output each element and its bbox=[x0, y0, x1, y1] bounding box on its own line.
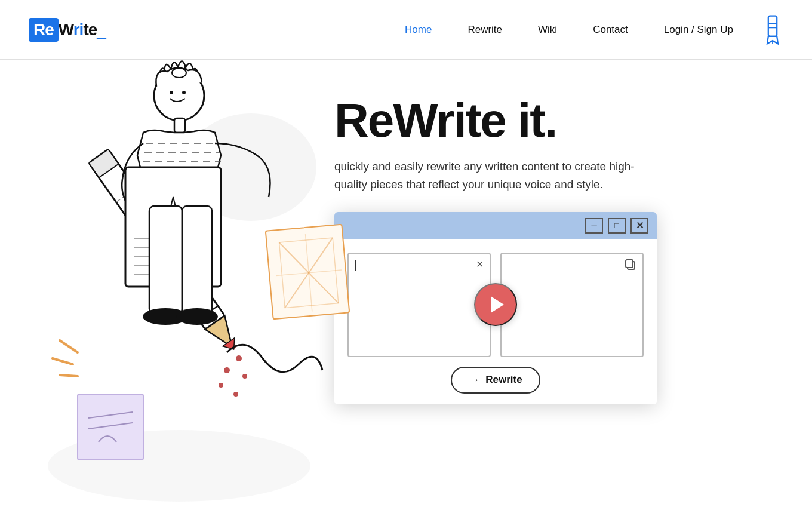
hero-section: ReWrite it. quickly and easily rewrite a… bbox=[0, 60, 812, 513]
nav-links: Home Rewrite Wiki Contact Login / Sign U… bbox=[405, 24, 733, 36]
pen-icon bbox=[762, 14, 783, 46]
hero-title: ReWrite it. bbox=[334, 96, 776, 146]
character-illustration bbox=[48, 60, 346, 442]
nav-home[interactable]: Home bbox=[405, 24, 432, 35]
svg-point-32 bbox=[172, 68, 186, 78]
nav-contact[interactable]: Contact bbox=[593, 24, 628, 35]
navbar: Re Write_ Home Rewrite Wiki Contact Logi… bbox=[0, 0, 812, 60]
logo[interactable]: Re Write_ bbox=[29, 18, 106, 42]
window-close-button[interactable]: ✕ bbox=[630, 218, 648, 234]
window-minimize-button[interactable]: ─ bbox=[585, 218, 603, 234]
text-areas-row: ✕ bbox=[347, 253, 644, 357]
svg-point-30 bbox=[170, 91, 173, 94]
app-window: ─ □ ✕ ✕ bbox=[334, 212, 657, 404]
svg-point-31 bbox=[182, 91, 186, 94]
arrow-right-icon: → bbox=[469, 374, 479, 386]
window-body: ✕ bbox=[334, 239, 657, 404]
logo-write-text: Write_ bbox=[59, 20, 106, 39]
svg-rect-54 bbox=[626, 260, 633, 268]
window-titlebar: ─ □ ✕ bbox=[334, 212, 657, 239]
window-maximize-button[interactable]: □ bbox=[608, 218, 626, 234]
nav-login[interactable]: Login / Sign Up bbox=[664, 24, 733, 35]
play-triangle-icon bbox=[491, 296, 504, 313]
hero-illustration bbox=[0, 60, 334, 478]
play-button-overlay bbox=[474, 283, 517, 326]
hero-subtitle: quickly and easily rewrite any written c… bbox=[334, 158, 657, 194]
clear-icon[interactable]: ✕ bbox=[476, 259, 484, 270]
input-textarea[interactable]: ✕ bbox=[347, 253, 491, 357]
play-button[interactable] bbox=[474, 283, 517, 326]
svg-rect-0 bbox=[768, 16, 777, 36]
nav-rewrite[interactable]: Rewrite bbox=[467, 24, 502, 35]
logo-re: Re bbox=[29, 18, 59, 42]
nav-wiki[interactable]: Wiki bbox=[538, 24, 557, 35]
hero-content: ReWrite it. quickly and easily rewrite a… bbox=[334, 60, 812, 404]
svg-rect-49 bbox=[149, 206, 182, 314]
output-textarea[interactable] bbox=[500, 253, 644, 357]
svg-rect-33 bbox=[174, 118, 185, 133]
svg-rect-50 bbox=[182, 206, 212, 314]
rewrite-button[interactable]: → Rewrite bbox=[451, 367, 540, 394]
svg-point-52 bbox=[176, 308, 218, 325]
copy-icon[interactable] bbox=[625, 259, 636, 271]
rewrite-btn-row: → Rewrite bbox=[347, 367, 644, 394]
cursor-blink bbox=[355, 260, 356, 271]
